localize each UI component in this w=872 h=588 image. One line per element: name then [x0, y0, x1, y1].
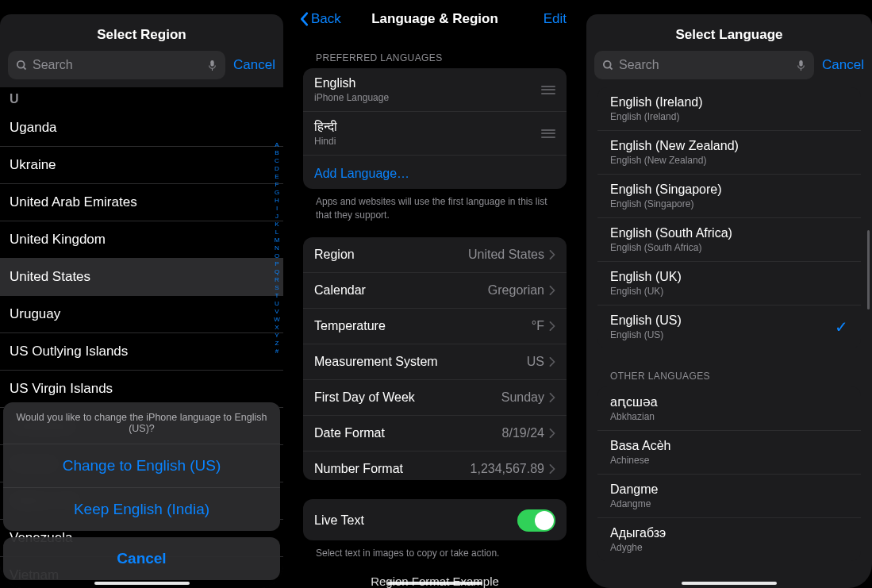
region-row[interactable]: Ukraine — [0, 147, 283, 184]
language-option-row[interactable]: аԥсшәа Abkhazian — [597, 386, 861, 431]
index-letter[interactable]: G — [272, 189, 282, 197]
index-letter[interactable]: T — [272, 292, 282, 300]
index-letter[interactable]: S — [272, 284, 282, 292]
index-letter[interactable]: K — [272, 221, 282, 229]
index-letter[interactable]: H — [272, 197, 282, 205]
region-row[interactable]: Region United States — [303, 237, 567, 273]
setting-value: Gregorian — [488, 283, 544, 298]
index-letter[interactable]: L — [272, 229, 282, 236]
index-letter[interactable]: N — [272, 244, 282, 252]
setting-label: Region — [314, 248, 355, 262]
index-letter[interactable]: A — [272, 141, 282, 149]
index-letter[interactable]: P — [272, 260, 282, 268]
setting-value: US — [527, 355, 544, 369]
measurement-row[interactable]: Measurement System US — [303, 344, 567, 380]
region-row[interactable]: US Outlying Islands — [0, 333, 283, 371]
language-region-screen: Back Language & Region Edit PREFERRED LA… — [292, 0, 578, 588]
action-sheet-cancel-button[interactable]: Cancel — [3, 537, 280, 580]
edit-button[interactable]: Edit — [544, 11, 567, 27]
region-row[interactable]: Uruguay — [0, 296, 283, 333]
firstday-row[interactable]: First Day of Week Sunday — [303, 380, 567, 416]
index-letter[interactable]: F — [272, 181, 282, 189]
index-letter[interactable]: Z — [272, 340, 282, 348]
search-cancel[interactable]: Cancel — [233, 57, 275, 73]
index-letter[interactable]: V — [272, 308, 282, 316]
language-option-row[interactable]: Адыгабзэ Adyghe — [597, 518, 861, 561]
index-letter[interactable]: I — [272, 205, 282, 213]
chevron-right-icon — [549, 250, 555, 259]
mic-icon[interactable] — [207, 59, 217, 72]
index-letter[interactable]: C — [272, 157, 282, 165]
alphabet-index[interactable]: ABCDEFGHIJKLMNOPQRSTUVWXYZ# — [272, 141, 282, 355]
language-option-row[interactable]: English (New Zealand) English (New Zeala… — [597, 131, 861, 175]
language-option-row[interactable]: English (South Africa) English (South Af… — [597, 218, 861, 262]
setting-label: Number Format — [314, 462, 403, 476]
live-text-toggle[interactable] — [517, 509, 555, 532]
index-letter[interactable]: U — [272, 300, 282, 308]
search-cancel[interactable]: Cancel — [822, 57, 864, 73]
search-field[interactable] — [594, 51, 814, 79]
index-letter[interactable]: M — [272, 236, 282, 244]
mic-icon[interactable] — [796, 59, 806, 72]
change-language-button[interactable]: Change to English (US) — [3, 444, 280, 488]
language-option-row[interactable]: English (US) English (US) ✓ — [597, 306, 861, 348]
search-field[interactable] — [8, 51, 225, 79]
search-icon — [16, 60, 28, 71]
language-option-row[interactable]: English (Ireland) English (Ireland) — [597, 87, 861, 131]
region-row[interactable]: United Kingdom — [0, 221, 283, 259]
index-letter[interactable]: W — [272, 316, 282, 324]
search-input[interactable] — [33, 58, 207, 72]
home-indicator[interactable] — [94, 582, 190, 585]
setting-value: Sunday — [501, 390, 544, 405]
reorder-icon[interactable] — [541, 129, 555, 138]
index-letter[interactable]: Q — [272, 268, 282, 276]
language-option-row[interactable]: English (UK) English (UK) — [597, 262, 861, 306]
index-letter[interactable]: R — [272, 276, 282, 284]
search-input[interactable] — [619, 58, 796, 72]
chevron-left-icon — [300, 12, 309, 26]
region-row[interactable]: United Arab Emirates — [0, 184, 283, 221]
searchbar-row: Cancel — [586, 51, 872, 87]
section-index-letter: U — [0, 87, 283, 110]
english-variants-card: English (Ireland) English (Ireland) Engl… — [597, 87, 861, 348]
language-list[interactable]: English (Ireland) English (Ireland) Engl… — [586, 87, 872, 588]
setting-label: Temperature — [314, 319, 386, 333]
temperature-row[interactable]: Temperature °F — [303, 309, 567, 344]
index-letter[interactable]: E — [272, 173, 282, 181]
index-letter[interactable]: O — [272, 252, 282, 260]
preferred-language-row[interactable]: English iPhone Language — [303, 68, 567, 112]
language-name: аԥсшәа — [610, 394, 848, 409]
region-row[interactable]: United States — [0, 259, 283, 296]
index-letter[interactable]: X — [272, 324, 282, 332]
modal-title: Select Language — [586, 14, 872, 51]
index-letter[interactable]: B — [272, 149, 282, 157]
language-subtitle: Adyghe — [610, 542, 848, 553]
preferred-languages-card: English iPhone Language हिन्दी Hindi Add… — [303, 68, 567, 189]
reorder-icon[interactable] — [541, 86, 555, 94]
numberformat-row[interactable]: Number Format 1,234,567.89 — [303, 452, 567, 479]
language-option-row[interactable]: English (Singapore) English (Singapore) — [597, 175, 861, 218]
keep-language-button[interactable]: Keep English (India) — [3, 488, 280, 531]
preferred-language-row[interactable]: हिन्दी Hindi — [303, 112, 567, 156]
index-letter[interactable]: J — [272, 213, 282, 221]
calendar-row[interactable]: Calendar Gregorian — [303, 273, 567, 309]
add-language-button[interactable]: Add Language… — [303, 156, 567, 189]
live-text-row: Live Text — [303, 499, 567, 541]
index-letter[interactable]: # — [272, 348, 282, 355]
dateformat-row[interactable]: Date Format 8/19/24 — [303, 416, 567, 452]
region-row[interactable]: Uganda — [0, 110, 283, 147]
action-sheet-message: Would you like to change the iPhone lang… — [3, 402, 280, 444]
language-subtitle: English (South Africa) — [610, 242, 848, 253]
setting-value: United States — [468, 248, 544, 262]
scroll-indicator[interactable] — [867, 230, 870, 309]
language-option-row[interactable]: Basa Acèh Achinese — [597, 431, 861, 475]
language-name: English (New Zealand) — [610, 139, 848, 153]
language-option-row[interactable]: Dangme Adangme — [597, 475, 861, 518]
select-region-modal: Select Region Cancel U UgandaUkraineUnit… — [0, 14, 283, 588]
index-letter[interactable]: D — [272, 165, 282, 173]
index-letter[interactable]: Y — [272, 332, 282, 340]
language-name: Dangme — [610, 482, 848, 497]
home-indicator[interactable] — [682, 582, 777, 585]
back-button[interactable]: Back — [300, 11, 341, 27]
home-indicator[interactable] — [387, 582, 482, 585]
